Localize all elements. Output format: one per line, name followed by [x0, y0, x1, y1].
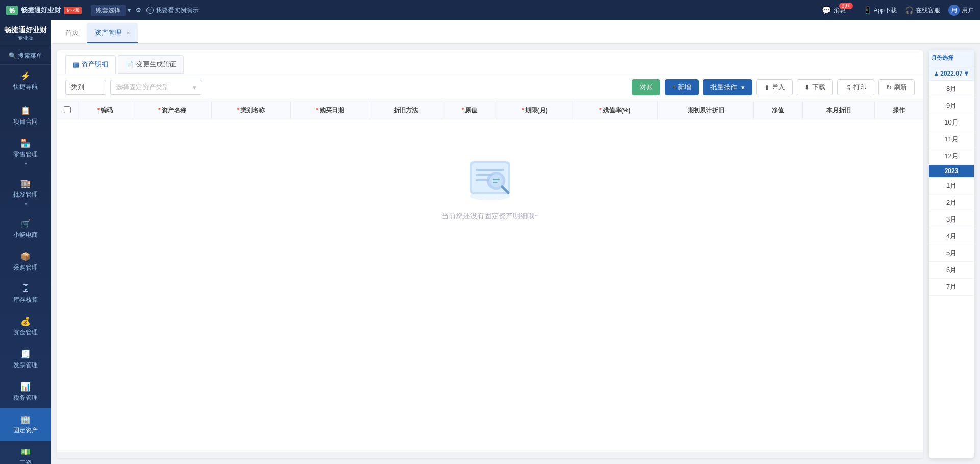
sidebar: 畅捷通好业财 专业版 🔍 搜索菜单 ⚡ 快捷导航 📋 项目合同 🏪 零售管理 ▾…	[0, 20, 51, 464]
user-profile[interactable]: 用 用户	[948, 5, 974, 16]
month-item[interactable]: 7月	[929, 279, 974, 296]
sidebar-item-quick-nav[interactable]: ⚡ 快捷导航	[0, 65, 51, 97]
th-original-value: *原值	[442, 101, 497, 120]
dropdown-icon[interactable]: ▾	[128, 7, 131, 14]
reconcile-btn[interactable]: 对账	[632, 79, 660, 95]
table-header-row: *编码 *资产名称 *类别名称 *购买日期 折旧方法 *原值 *期限(月) *残…	[57, 101, 923, 120]
required-star: *	[522, 107, 524, 114]
sidebar-item-inventory[interactable]: 🗄 库存核算	[0, 278, 51, 310]
sub-tab-detail[interactable]: ▦ 资产明细	[65, 55, 116, 74]
batch-ops-arrow-icon: ▾	[741, 84, 745, 91]
required-star: *	[237, 107, 240, 114]
online-service-btn[interactable]: 🎧 在线客服	[905, 6, 940, 15]
download-label: 下载	[812, 83, 825, 92]
svg-rect-3	[476, 169, 504, 171]
month-item[interactable]: 6月	[929, 262, 974, 279]
content-area: 首页 资产管理 × ▦ 资产明细 📄 变更生成凭证	[51, 20, 980, 464]
tab-home-label: 首页	[65, 28, 79, 37]
svg-point-7	[489, 174, 503, 187]
toolbar-right: 对账 + 新增 批量操作 ▾ ⬆ 导入	[632, 79, 915, 95]
print-label: 打印	[853, 83, 867, 92]
month-item[interactable]: 10月	[929, 114, 974, 131]
sidebar-item-payroll[interactable]: 💵 工资	[0, 441, 51, 464]
required-star: *	[97, 107, 100, 114]
user-account[interactable]: 账套选择	[91, 5, 126, 16]
import-icon: ⬆	[764, 84, 770, 91]
category-filter[interactable]: 类别	[65, 80, 106, 95]
year-up-arrow[interactable]: ▲	[933, 69, 940, 77]
sub-tab-voucher-label: 变更生成凭证	[136, 60, 176, 69]
month-picker-title: 月份选择	[931, 54, 953, 62]
import-btn[interactable]: ⬆ 导入	[756, 79, 793, 95]
user-selector[interactable]: 账套选择 ▾ ⚙	[91, 5, 141, 16]
demo-link[interactable]: ○ 我要看实例演示	[146, 6, 199, 15]
month-item[interactable]: 2月	[929, 194, 974, 211]
sidebar-label-tax: 税务管理	[13, 394, 38, 402]
year-marker[interactable]: 2023	[929, 165, 974, 178]
sidebar-item-wholesale[interactable]: 🏬 批发管理 ▾	[0, 173, 51, 213]
print-icon: 🖨	[845, 84, 851, 91]
sidebar-item-label-quick-nav: 快捷导航	[13, 83, 38, 91]
sub-tab-detail-label: 资产明细	[82, 60, 108, 69]
demo-circle-icon: ○	[146, 7, 154, 14]
month-item[interactable]: 5月	[929, 245, 974, 262]
toolbar: 类别 选择固定资产类别 ▾ 对账 + 新增 批量操	[57, 74, 923, 101]
year-down-arrow[interactable]: ▼	[963, 69, 970, 77]
sidebar-item-retail[interactable]: 🏪 零售管理 ▾	[0, 132, 51, 173]
message-icon: 💬	[822, 6, 831, 15]
download-btn[interactable]: ⬇ 下载	[797, 79, 833, 95]
month-item[interactable]: 11月	[929, 131, 974, 148]
sidebar-item-tax[interactable]: 📊 税务管理	[0, 376, 51, 408]
sidebar-label-wholesale: 批发管理	[13, 190, 38, 199]
select-all-checkbox[interactable]	[64, 106, 71, 113]
sidebar-item-project[interactable]: 📋 项目合同	[0, 100, 51, 132]
top-bar-right: 💬 消息 99+ 📱 App下载 🎧 在线客服 用 用户	[822, 5, 974, 16]
sub-tab-voucher[interactable]: 📄 变更生成凭证	[118, 55, 184, 74]
message-badge: 99+	[839, 3, 853, 9]
print-btn[interactable]: 🖨 打印	[837, 79, 874, 95]
category-input[interactable]: 选择固定资产类别 ▾	[110, 80, 202, 95]
main-panel: ▦ 资产明细 📄 变更生成凭证 类别 选择固定资产类别 ▾	[57, 50, 923, 458]
batch-ops-label: 批量操作	[710, 83, 737, 92]
project-icon: 📋	[20, 106, 31, 115]
sidebar-item-purchase[interactable]: 📦 采购管理	[0, 246, 51, 278]
th-action: 操作	[875, 101, 923, 120]
month-item[interactable]: 8月	[929, 81, 974, 97]
sidebar-item-ecommerce[interactable]: 🛒 小畅电商	[0, 213, 51, 246]
wholesale-icon: 🏬	[20, 179, 31, 188]
empty-illustration	[459, 151, 521, 204]
refresh-btn[interactable]: ↻ 刷新	[878, 79, 915, 95]
batch-ops-btn[interactable]: 批量操作 ▾	[703, 79, 752, 95]
add-btn[interactable]: + 新增	[665, 79, 699, 95]
th-purchase-date: *购买日期	[290, 101, 370, 120]
th-residual-rate: *残值率(%)	[572, 101, 658, 120]
voucher-icon: 📄	[126, 61, 134, 68]
tab-asset-mgmt[interactable]: 资产管理 ×	[87, 23, 138, 43]
table-scrollbar[interactable]	[57, 452, 923, 458]
month-item[interactable]: 1月	[929, 178, 974, 194]
app-download-label: App下载	[874, 6, 897, 15]
sidebar-label-payroll: 工资	[19, 459, 32, 464]
sidebar-label-ecommerce: 小畅电商	[13, 231, 38, 239]
finance-icon: 💰	[20, 316, 31, 326]
month-item[interactable]: 9月	[929, 97, 974, 114]
tab-asset-mgmt-label: 资产管理	[95, 28, 121, 37]
sidebar-item-invoice[interactable]: 🧾 发票管理	[0, 343, 51, 376]
wholesale-arrow-icon: ▾	[24, 201, 27, 207]
tab-home[interactable]: 首页	[57, 23, 87, 43]
month-item[interactable]: 4月	[929, 228, 974, 245]
required-star: *	[599, 107, 602, 114]
sidebar-item-assets[interactable]: 🏢 固定资产	[0, 408, 51, 441]
month-item[interactable]: 12月	[929, 148, 974, 165]
sidebar-search[interactable]: 🔍 搜索菜单	[0, 47, 51, 65]
settings-icon[interactable]: ⚙	[136, 7, 141, 14]
message-btn[interactable]: 💬 消息 99+	[822, 6, 846, 15]
app-download-btn[interactable]: 📱 App下载	[863, 6, 897, 15]
tab-close-btn[interactable]: ×	[127, 30, 130, 36]
sidebar-item-finance[interactable]: 💰 资金管理	[0, 310, 51, 343]
assets-icon: 🏢	[20, 414, 31, 424]
month-item[interactable]: 3月	[929, 211, 974, 228]
sidebar-label-assets: 固定资产	[13, 426, 38, 435]
sidebar-brand: 畅捷通好业财	[0, 26, 51, 35]
reconcile-label: 对账	[640, 83, 653, 92]
